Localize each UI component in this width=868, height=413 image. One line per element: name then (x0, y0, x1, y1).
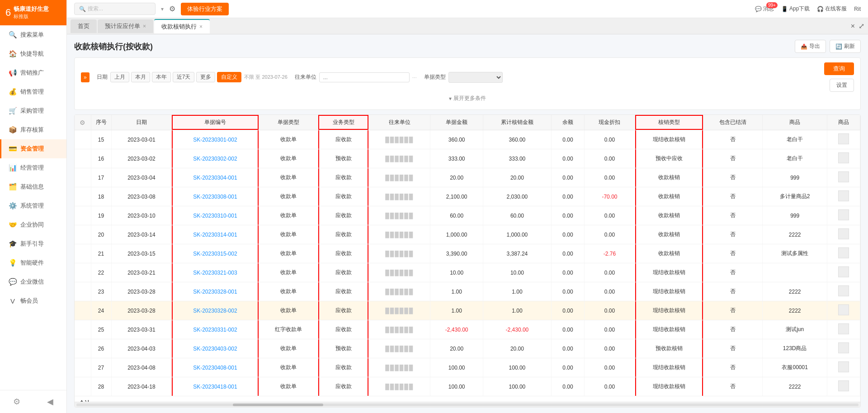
sidebar-item-sales[interactable]: 💰销售管理 (0, 82, 66, 101)
doc-link-8[interactable]: SK-20230328-001 (193, 289, 237, 295)
online-service-area[interactable]: 🎧 在线客服 (817, 5, 847, 13)
filter-more-btn[interactable]: 更多 (196, 72, 215, 82)
filter-last-month-btn[interactable]: 上月 (110, 72, 129, 82)
cell-counterpart: ██████ (369, 244, 430, 263)
filter-expand-more[interactable]: ▾ 展开更多条件 (81, 95, 854, 102)
goods-thumbnail (838, 133, 849, 144)
sidebar-item-purchase[interactable]: 🛒采购管理 (0, 101, 66, 120)
cell-gear (75, 168, 91, 187)
cell-doc_no[interactable]: SK-20230321-003 (172, 263, 259, 282)
cell-seq: 27 (91, 358, 111, 377)
sidebar-item-operation[interactable]: 📊经营管理 (0, 158, 66, 177)
logo-text: 畅康道好生意 (14, 5, 49, 13)
sidebar-item-shortcut[interactable]: 🏠快捷导航 (0, 44, 66, 63)
topbar-dropdown-arrow[interactable]: ▾ (161, 6, 164, 12)
topbar-search[interactable]: 🔍 搜索... (74, 3, 156, 15)
cell-doc_no[interactable]: SK-20230328-001 (172, 282, 259, 301)
doc-link-3[interactable]: SK-20230308-001 (193, 194, 237, 200)
cell-doc_no[interactable]: SK-20230302-002 (172, 149, 259, 168)
cell-doc_no[interactable]: SK-20230418-001 (172, 377, 259, 396)
tabs-right-controls: × ⤢ (851, 22, 864, 30)
cell-verify_type: 现结收款核销 (635, 130, 703, 149)
sidebar-item-finance[interactable]: 💳资金管理 (0, 139, 66, 158)
sidebar-item-system[interactable]: ⚙️系统管理 (0, 196, 66, 215)
filter-counterpart-item: 往来单位 ··· (295, 72, 417, 82)
filter-expand-arrow[interactable]: » (81, 72, 90, 82)
filter-settings-button[interactable]: 设置 (830, 79, 854, 92)
filter-voucher-type-select[interactable] (448, 72, 503, 83)
filter-counterpart-input[interactable] (319, 72, 410, 82)
tab-close-collection[interactable]: × (199, 24, 203, 30)
cell-doc_no[interactable]: SK-20230328-002 (172, 301, 259, 320)
scrollbar-thumb[interactable] (233, 404, 323, 406)
filter-7days-btn[interactable]: 近7天 (173, 72, 195, 82)
doc-link-4[interactable]: SK-20230310-001 (193, 213, 237, 219)
sidebar-item-marketing[interactable]: 📢营销推广 (0, 63, 66, 82)
doc-link-2[interactable]: SK-20230304-001 (193, 175, 237, 181)
cell-balance: 0.00 (551, 187, 584, 206)
tab-close-all-button[interactable]: × (851, 22, 855, 30)
doc-link-5[interactable]: SK-20230314-001 (193, 232, 237, 238)
table-wrapper[interactable]: ⚙序号日期单据编号单据类型业务类型往来单位单据金额累计核销金额余额现金折扣核销类… (75, 115, 860, 402)
cell-counterpart: ██████ (369, 168, 430, 187)
doc-link-9[interactable]: SK-20230328-002 (193, 308, 237, 314)
app-download-area[interactable]: 📱 App下载 (781, 5, 810, 13)
app-download-label: App下载 (789, 5, 810, 13)
sidebar-label-inventory: 库存核算 (20, 126, 44, 134)
cell-doc_no[interactable]: SK-20230315-002 (172, 244, 259, 263)
sidebar-item-guide[interactable]: 🎓新手引导 (0, 234, 66, 253)
filter-query-button[interactable]: 查询 (824, 62, 854, 75)
filter-right-actions: 查询 设置 (824, 62, 854, 92)
sidebar-item-search[interactable]: 🔍搜索菜单 (0, 25, 66, 44)
cell-doc_no[interactable]: SK-20230331-002 (172, 320, 259, 339)
doc-link-12[interactable]: SK-20230408-001 (193, 365, 237, 371)
collapse-icon[interactable]: ◀ (45, 395, 55, 408)
tab-home[interactable]: 首页 (71, 19, 97, 33)
tab-close-pending[interactable]: × (143, 23, 146, 29)
doc-link-6[interactable]: SK-20230315-002 (193, 251, 237, 257)
cell-doc_amount: 10.00 (430, 263, 483, 282)
tab-maximize-button[interactable]: ⤢ (859, 22, 864, 30)
refresh-button[interactable]: 🔄 刷新 (830, 40, 861, 53)
sidebar-item-wechat[interactable]: 💬企业微信 (0, 272, 66, 291)
filter-this-month-btn[interactable]: 本月 (131, 72, 150, 82)
export-button[interactable]: 📤 导出 (795, 40, 826, 53)
sidebar-item-inventory[interactable]: 📦库存核算 (0, 120, 66, 139)
filter-custom-btn[interactable]: 自定义 (217, 72, 241, 82)
sidebar-item-member[interactable]: V畅会员 (0, 291, 66, 310)
tab-pending[interactable]: 预计应应付单× (98, 19, 153, 33)
settings-bottom-icon[interactable]: ⚙ (11, 395, 22, 408)
doc-link-13[interactable]: SK-20230418-001 (193, 384, 237, 390)
cell-cash_discount: 0.00 (584, 130, 635, 149)
filter-this-year-btn[interactable]: 本年 (152, 72, 171, 82)
cell-doc_no[interactable]: SK-20230308-001 (172, 187, 259, 206)
table-scrollbar[interactable] (75, 402, 860, 407)
cell-doc_no[interactable]: SK-20230314-001 (172, 225, 259, 244)
cell-doc_no[interactable]: SK-20230304-001 (172, 168, 259, 187)
industry-solution-button[interactable]: 体验行业方案 (181, 3, 229, 15)
table-settings-icon[interactable]: ⚙ (80, 119, 85, 126)
doc-link-10[interactable]: SK-20230331-002 (193, 327, 237, 333)
message-icon-area[interactable]: 💬 消息 99+ (755, 5, 774, 13)
cell-seq: 28 (91, 377, 111, 396)
doc-link-0[interactable]: SK-20230301-002 (193, 137, 237, 143)
user-area[interactable]: Rit (854, 6, 861, 12)
doc-link-1[interactable]: SK-20230302-002 (193, 156, 237, 162)
topbar-gear-icon[interactable]: ⚙ (169, 5, 175, 13)
sidebar-item-hardware[interactable]: 💡智能硬件 (0, 253, 66, 272)
cell-doc_no[interactable]: SK-20230301-002 (172, 130, 259, 149)
table-row: 182023-03-08SK-20230308-001收款单应收款██████2… (75, 187, 860, 206)
cell-seq: 18 (91, 187, 111, 206)
doc-link-7[interactable]: SK-20230321-003 (193, 270, 237, 276)
sidebar-item-basic[interactable]: 🗂️基础信息 (0, 177, 66, 196)
cell-date: 2023-03-14 (111, 225, 172, 244)
cell-doc_no[interactable]: SK-20230408-001 (172, 358, 259, 377)
cell-cash_discount: -70.00 (584, 187, 635, 206)
sidebar-item-enterprise[interactable]: 🤝企业协同 (0, 215, 66, 234)
cell-doc_amount: 1.00 (430, 301, 483, 320)
doc-link-11[interactable]: SK-20230403-002 (193, 346, 237, 352)
cell-doc_no[interactable]: SK-20230403-002 (172, 339, 259, 358)
cell-doc_no[interactable]: SK-20230310-001 (172, 206, 259, 225)
tab-collection[interactable]: 收款核销执行× (154, 19, 210, 33)
cell-counterpart: ██████ (369, 130, 430, 149)
